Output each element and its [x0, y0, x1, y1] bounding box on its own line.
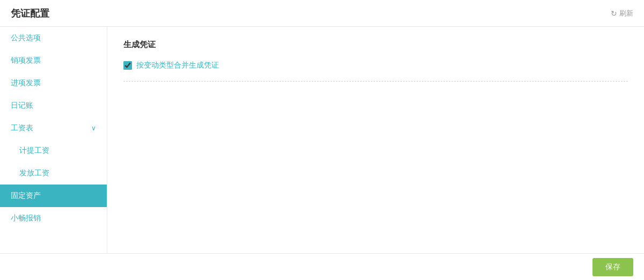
page-title: 凭证配置	[11, 7, 49, 20]
sidebar-item-expense-claim[interactable]: 小畅报销	[0, 207, 107, 230]
merge-voucher-label[interactable]: 按变动类型合并生成凭证	[136, 61, 219, 70]
merge-voucher-checkbox[interactable]	[123, 61, 132, 70]
section-divider	[123, 81, 628, 82]
refresh-label: 刷新	[619, 9, 633, 18]
chevron-down-icon: ∨	[91, 124, 96, 132]
sidebar-item-purchase-invoice[interactable]: 进项发票	[0, 72, 107, 94]
save-button[interactable]: 保存	[592, 258, 633, 276]
sidebar-item-label: 工资表	[11, 123, 33, 133]
sidebar-item-label: 计提工资	[19, 146, 49, 156]
sidebar-item-label: 销项发票	[11, 56, 41, 65]
sidebar-item-label: 日记账	[11, 101, 33, 110]
sidebar-item-fixed-assets[interactable]: 固定资产	[0, 185, 107, 207]
sidebar-item-sales-invoice[interactable]: 销项发票	[0, 49, 107, 72]
refresh-icon: ↻	[611, 9, 617, 18]
sidebar-item-calc-payroll[interactable]: 计提工资	[0, 139, 107, 162]
sidebar-item-label: 小畅报销	[11, 213, 41, 223]
page-footer: 保存	[0, 253, 644, 280]
content-area: 生成凭证 按变动类型合并生成凭证	[107, 27, 644, 253]
sidebar-item-pay-payroll[interactable]: 发放工资	[0, 162, 107, 185]
sidebar-item-public-options[interactable]: 公共选项	[0, 27, 107, 49]
sidebar-item-label: 发放工资	[19, 168, 49, 178]
sidebar-item-payroll-table[interactable]: 工资表∨	[0, 117, 107, 139]
refresh-button[interactable]: ↻ 刷新	[611, 9, 633, 18]
sidebar-item-label: 公共选项	[11, 33, 41, 43]
section-title: 生成凭证	[123, 40, 628, 50]
sidebar: 公共选项销项发票进项发票日记账工资表∨计提工资发放工资固定资产小畅报销	[0, 27, 107, 253]
sidebar-item-journal[interactable]: 日记账	[0, 94, 107, 117]
sidebar-item-label: 进项发票	[11, 78, 41, 88]
sidebar-item-label: 固定资产	[11, 191, 41, 201]
